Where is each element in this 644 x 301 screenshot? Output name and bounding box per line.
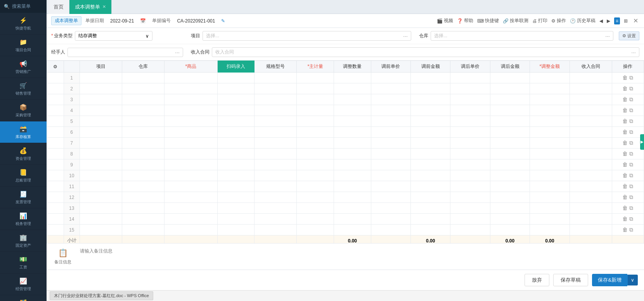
row-project-11[interactable] <box>80 181 122 192</box>
save-new-arrow-button[interactable]: ∨ <box>627 275 638 285</box>
row-prev-amount-11[interactable] <box>411 181 450 192</box>
row-unit-11[interactable] <box>297 181 334 192</box>
row-delete-14[interactable]: 🗑 <box>622 216 628 222</box>
income-contract-input[interactable]: 收入合同 ··· <box>212 47 639 57</box>
row-adj-amount-9[interactable] <box>530 159 570 170</box>
row-goods-5[interactable] <box>164 116 218 127</box>
row-unit-6[interactable] <box>297 127 334 138</box>
row-qty-14[interactable] <box>334 214 371 225</box>
row-income-5[interactable] <box>570 116 612 127</box>
row-qty-12[interactable] <box>334 192 371 203</box>
row-prev-price-15[interactable] <box>371 225 410 235</box>
row-project-9[interactable] <box>80 159 122 170</box>
row-project-12[interactable] <box>80 192 122 203</box>
row-scan-11[interactable] <box>217 181 254 192</box>
row-income-11[interactable] <box>570 181 612 192</box>
row-scan-2[interactable] <box>217 83 254 94</box>
row-after-amount-8[interactable] <box>490 149 530 159</box>
business-type-input[interactable]: 结存调整 ∨ <box>75 31 152 41</box>
row-income-1[interactable] <box>570 73 612 83</box>
row-after-amount-2[interactable] <box>490 83 530 94</box>
row-warehouse-1[interactable] <box>122 73 164 83</box>
row-scan-4[interactable] <box>217 105 254 116</box>
row-project-3[interactable] <box>80 94 122 105</box>
row-after-amount-1[interactable] <box>490 73 530 83</box>
sidebar-item-salary[interactable]: 💵工资 <box>0 252 47 273</box>
row-copy-2[interactable]: ⧉ <box>629 85 633 92</box>
sidebar-item-base[interactable]: 🗂️基础信息 <box>0 295 47 301</box>
row-copy-14[interactable]: ⧉ <box>629 216 633 222</box>
row-adj-amount-4[interactable] <box>530 105 570 116</box>
row-adj-amount-10[interactable] <box>530 170 570 181</box>
row-delete-10[interactable]: 🗑 <box>622 172 628 179</box>
row-delete-7[interactable]: 🗑 <box>622 140 628 146</box>
row-adj-amount-12[interactable] <box>530 192 570 203</box>
row-prev-price-7[interactable] <box>371 138 410 149</box>
row-scan-13[interactable] <box>217 203 254 214</box>
row-spec-2[interactable] <box>254 83 297 94</box>
row-project-6[interactable] <box>80 127 122 138</box>
row-prev-amount-9[interactable] <box>411 159 450 170</box>
row-scan-1[interactable] <box>217 73 254 83</box>
row-after-price-14[interactable] <box>450 214 490 225</box>
wps-tab[interactable]: 木门行业好业财处理方案-墓红红.doc - WPS Office <box>50 291 153 300</box>
row-after-price-5[interactable] <box>450 116 490 127</box>
row-qty-4[interactable] <box>334 105 371 116</box>
row-qty-3[interactable] <box>334 94 371 105</box>
row-after-price-9[interactable] <box>450 159 490 170</box>
row-qty-13[interactable] <box>334 203 371 214</box>
row-warehouse-15[interactable] <box>122 225 164 235</box>
row-prev-price-6[interactable] <box>371 127 410 138</box>
row-qty-2[interactable] <box>334 83 371 94</box>
row-income-15[interactable] <box>570 225 612 235</box>
row-project-8[interactable] <box>80 149 122 159</box>
col-header-scan[interactable]: 扫码录入 <box>217 61 254 73</box>
row-copy-11[interactable]: ⧉ <box>629 183 633 190</box>
row-delete-9[interactable]: 🗑 <box>622 161 628 168</box>
row-warehouse-4[interactable] <box>122 105 164 116</box>
row-scan-3[interactable] <box>217 94 254 105</box>
row-adj-amount-14[interactable] <box>530 214 570 225</box>
row-spec-6[interactable] <box>254 127 297 138</box>
nav-next[interactable]: ▶ <box>607 18 610 24</box>
row-after-price-2[interactable] <box>450 83 490 94</box>
row-delete-1[interactable]: 🗑 <box>622 74 628 81</box>
row-delete-4[interactable]: 🗑 <box>622 107 628 114</box>
row-after-amount-4[interactable] <box>490 105 530 116</box>
row-copy-1[interactable]: ⧉ <box>629 74 633 81</box>
row-after-price-3[interactable] <box>450 94 490 105</box>
action-print[interactable]: 🖨 打印 <box>532 17 547 24</box>
row-after-price-8[interactable] <box>450 149 490 159</box>
row-prev-amount-1[interactable] <box>411 73 450 83</box>
row-goods-8[interactable] <box>164 149 218 159</box>
sidebar-item-finance[interactable]: 💰资金管理 <box>0 143 47 165</box>
row-scan-10[interactable] <box>217 170 254 181</box>
row-after-amount-11[interactable] <box>490 181 530 192</box>
row-qty-15[interactable] <box>334 225 371 235</box>
row-project-13[interactable] <box>80 203 122 214</box>
row-after-price-11[interactable] <box>450 181 490 192</box>
row-copy-8[interactable]: ⧉ <box>629 150 633 157</box>
row-warehouse-5[interactable] <box>122 116 164 127</box>
row-prev-price-4[interactable] <box>371 105 410 116</box>
row-unit-1[interactable] <box>297 73 334 83</box>
row-adj-amount-11[interactable] <box>530 181 570 192</box>
row-qty-5[interactable] <box>334 116 371 127</box>
row-adj-amount-13[interactable] <box>530 203 570 214</box>
sidebar-item-project-contract[interactable]: 📁项目合同 <box>0 35 47 56</box>
nav-prev[interactable]: ◀ <box>599 18 603 24</box>
row-copy-12[interactable]: ⧉ <box>629 194 633 201</box>
row-unit-9[interactable] <box>297 159 334 170</box>
row-prev-price-1[interactable] <box>371 73 410 83</box>
sidebar-item-ops[interactable]: 📈经营管理 <box>0 273 47 295</box>
row-after-price-6[interactable] <box>450 127 490 138</box>
row-prev-amount-8[interactable] <box>411 149 450 159</box>
row-qty-6[interactable] <box>334 127 371 138</box>
row-after-amount-3[interactable] <box>490 94 530 105</box>
row-income-2[interactable] <box>570 83 612 94</box>
row-income-12[interactable] <box>570 192 612 203</box>
row-after-price-1[interactable] <box>450 73 490 83</box>
row-after-amount-7[interactable] <box>490 138 530 149</box>
row-spec-1[interactable] <box>254 73 297 83</box>
row-unit-5[interactable] <box>297 116 334 127</box>
